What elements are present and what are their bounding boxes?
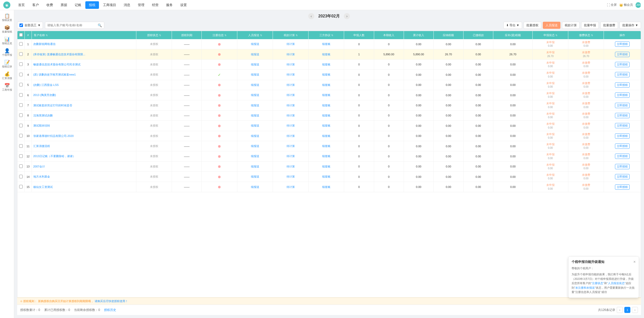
row-name-cell[interactable]: 汇算清缴流程 [32, 141, 136, 151]
row-action-btn[interactable]: 立即授权 [615, 123, 630, 128]
row-name-cell[interactable]: 畅捷通信息技术股份有限公司民非测试 [32, 59, 136, 69]
person-report-link[interactable]: 续报送 [251, 165, 259, 168]
person-report-link[interactable]: 续报送 [251, 155, 259, 158]
row-action-btn[interactable]: 立即授权 [615, 154, 630, 159]
row-checkbox[interactable] [19, 144, 23, 148]
row-checkbox[interactable] [19, 42, 23, 46]
row-action-btn[interactable]: 立即授权 [615, 174, 630, 179]
row-name-cell[interactable]: 2007会计 [32, 161, 136, 172]
search-button[interactable]: 🔍 [96, 22, 104, 28]
triparty-link[interactable]: 续签账 [322, 155, 330, 158]
triparty-link[interactable]: 续签账 [322, 63, 330, 66]
sidebar-item-个税申报[interactable]: 👤个税申报 [1, 47, 13, 58]
triparty-link[interactable]: 续签账 [322, 83, 330, 86]
tax-calc-link[interactable]: 待计算 [287, 114, 295, 117]
person-report-link[interactable]: 续报送 [251, 93, 259, 96]
sidebar-item-汇算清缴[interactable]: 💰汇算清缴 [1, 70, 13, 81]
triparty-link[interactable]: 续签账 [322, 53, 330, 56]
row-action-btn[interactable]: 立即授权 [615, 133, 630, 139]
triparty-link[interactable]: 续签账 [322, 93, 330, 96]
person-report-link[interactable]: 续报送 [251, 185, 259, 188]
person-report-link[interactable]: 续报送 [251, 134, 259, 137]
row-name-cell[interactable]: 测试账套的凭证打印的时候是否 [32, 100, 136, 110]
nav-item-客户[interactable]: 客户 [29, 1, 42, 9]
person-report-link[interactable]: 续报送 [251, 175, 259, 178]
person-report-link[interactable]: 续报送 [251, 124, 259, 127]
nav-item-工商项目[interactable]: 工商项目 [99, 1, 120, 9]
nav-item-消息[interactable]: 消息 [120, 1, 134, 9]
row-name-cell[interactable]: (勿删) 江西股金-LSS [32, 80, 136, 90]
person-report-link[interactable]: 续报送 [251, 83, 259, 86]
row-name-cell[interactable]: (库存核算) 直播畅通信息技术股份有限限... [32, 49, 136, 59]
row-action-btn[interactable]: 立即授权 [615, 62, 630, 67]
tax-calc-link[interactable]: 待计算 [287, 63, 295, 66]
popup-close-btn[interactable]: × [633, 260, 636, 264]
batch-auth-btn[interactable]: 批量授权 [524, 22, 541, 29]
nav-item-首页[interactable]: 首页 [15, 1, 28, 9]
fullscreen-btn[interactable]: ⛶ 全屏 [607, 3, 617, 7]
person-report-btn[interactable]: 人员报送 [543, 22, 560, 29]
row-checkbox[interactable] [19, 175, 23, 178]
next-page-btn[interactable]: › [632, 307, 638, 313]
row-name-cell[interactable]: 张家港厚德针织品有限公司-2020 [32, 131, 136, 141]
tax-calc-link[interactable]: 待计算 [287, 165, 295, 168]
row-checkbox[interactable] [19, 154, 23, 158]
tax-calc-link[interactable]: 待计算 [287, 42, 295, 45]
person-report-link[interactable]: 续报送 [251, 42, 259, 45]
triparty-link[interactable]: 续签账 [322, 165, 330, 168]
triparty-link[interactable]: 续签账 [322, 144, 330, 148]
tax-calc-link[interactable]: 待计算 [287, 175, 295, 178]
prev-month-btn[interactable]: ‹ [308, 13, 314, 19]
all-employees-checkbox[interactable] [19, 23, 23, 27]
batch-ops-btn[interactable]: 批量操作 ▼ [620, 22, 641, 29]
triparty-link[interactable]: 续签账 [322, 73, 330, 76]
auth-history-link[interactable]: 授权历史 [104, 308, 116, 312]
export-btn[interactable]: ⬇ 导出 ▼ [503, 22, 522, 29]
select-all-checkbox[interactable] [19, 33, 23, 37]
row-name-cell[interactable]: 勿删新锐网络通信 [32, 39, 136, 49]
tax-calc-link[interactable]: 待计算 [287, 124, 295, 127]
row-checkbox[interactable] [19, 113, 23, 117]
person-report-link[interactable]: 续报送 [251, 114, 259, 117]
tax-calc-link[interactable]: 待计算 [287, 144, 295, 148]
tax-calc-link[interactable]: 待计算 [287, 73, 295, 76]
search-input[interactable] [45, 22, 96, 28]
row-checkbox[interactable] [19, 73, 23, 76]
sidebar-item-报税总览[interactable]: 📊报税总览 [1, 35, 13, 46]
triparty-link[interactable]: 续签账 [322, 104, 330, 107]
tax-calc-link[interactable]: 待计算 [287, 185, 295, 188]
row-action-btn[interactable]: 立即授权 [615, 143, 630, 149]
row-checkbox[interactable] [19, 164, 23, 168]
nav-item-管理[interactable]: 管理 [134, 1, 148, 9]
nav-item-报税[interactable]: 报税 [85, 1, 99, 9]
person-report-link[interactable]: 续报送 [251, 53, 259, 56]
row-checkbox[interactable] [19, 185, 23, 188]
row-action-btn[interactable]: 立即授权 [615, 41, 630, 47]
search-box[interactable]: 🔍 [45, 22, 104, 29]
warning-link[interactable]: 请购买后尽快使授权使用！ [95, 299, 128, 303]
row-name-cell[interactable]: 测试期末结转 [32, 121, 136, 131]
row-name-cell[interactable]: 2013日记账（不要删除哈，谢谢） [32, 151, 136, 161]
nav-item-记账[interactable]: 记账 [71, 1, 85, 9]
row-action-btn[interactable]: 立即授权 [615, 92, 630, 98]
batch-report-btn[interactable]: 批量申报 [581, 22, 599, 29]
page-1-btn[interactable]: 1 [624, 307, 630, 313]
triparty-link[interactable]: 续签账 [322, 124, 330, 127]
row-checkbox[interactable] [19, 124, 23, 127]
row-checkbox[interactable] [19, 62, 23, 66]
person-report-link[interactable]: 续报送 [251, 104, 259, 107]
tax-calc-link[interactable]: 待计算 [287, 93, 295, 96]
user-btn[interactable]: CANI [635, 2, 641, 8]
tax-calc-btn[interactable]: 税款计算 [562, 22, 580, 29]
nav-item-经营[interactable]: 经营 [148, 1, 162, 9]
row-name-cell[interactable]: 2013 (陶美芳勿删) [32, 90, 136, 100]
tax-calc-link[interactable]: 待计算 [287, 53, 295, 56]
triparty-link[interactable]: 续签账 [322, 114, 330, 117]
employee-filter[interactable]: 全部员工 ▼ [17, 22, 43, 29]
row-checkbox[interactable] [19, 103, 23, 107]
nav-item-服务[interactable]: 服务 [163, 1, 176, 9]
tax-calc-link[interactable]: 待计算 [287, 104, 295, 107]
row-checkbox[interactable] [19, 83, 23, 86]
prev-page-btn[interactable]: ‹ [617, 307, 623, 313]
batch-pay-btn[interactable]: 批量缴费 [600, 22, 618, 29]
